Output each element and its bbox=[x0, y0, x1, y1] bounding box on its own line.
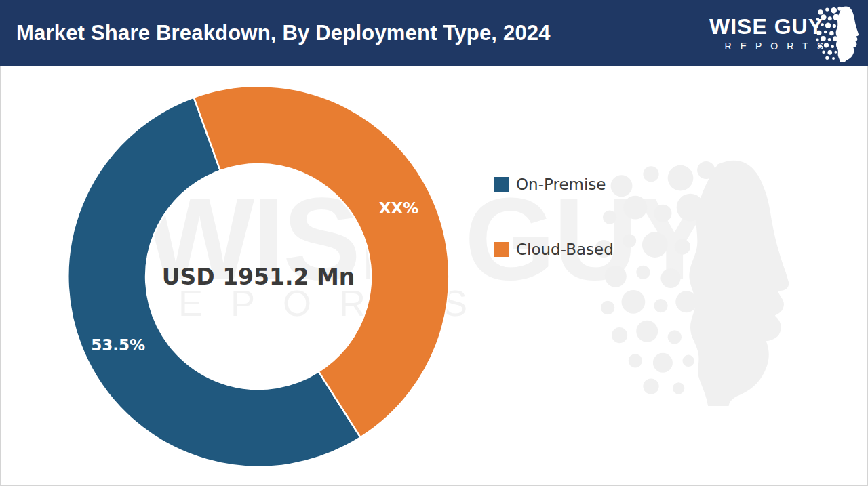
logo-name: WISE GUY bbox=[709, 15, 823, 39]
page: Market Share Breakdown, By Deployment Ty… bbox=[0, 0, 868, 488]
wiseguy-head-icon bbox=[814, 4, 859, 62]
legend: On-PremiseCloud-Based bbox=[494, 176, 614, 258]
legend-swatch-on-premise bbox=[494, 177, 509, 192]
legend-item-cloud-based: Cloud-Based bbox=[494, 241, 614, 258]
center-value-label: USD 1951.2 Mn bbox=[162, 264, 355, 290]
chart-area: WISE GUY REPORTS USD 1951.2 Mn On-Premis… bbox=[0, 66, 868, 486]
legend-label-on-premise: On-Premise bbox=[516, 176, 606, 193]
wiseguy-logo: WISE GUY REPORTS bbox=[709, 4, 859, 62]
wiseguy-head-watermark bbox=[592, 150, 789, 406]
header-bar: Market Share Breakdown, By Deployment Ty… bbox=[0, 0, 868, 66]
page-title: Market Share Breakdown, By Deployment Ty… bbox=[0, 21, 551, 45]
logo-text: WISE GUY REPORTS bbox=[709, 15, 823, 52]
legend-label-cloud-based: Cloud-Based bbox=[516, 241, 614, 258]
legend-swatch-cloud-based bbox=[494, 242, 509, 257]
slice-label-on-premise: 53.5% bbox=[91, 336, 145, 354]
legend-item-on-premise: On-Premise bbox=[494, 176, 614, 193]
slice-label-cloud-based: XX% bbox=[379, 199, 419, 217]
